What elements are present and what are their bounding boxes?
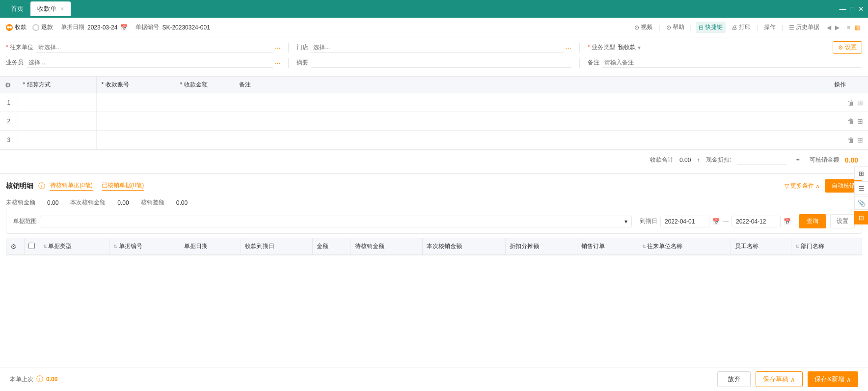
bottom-table-wrapper: ⚙ 单据类型 单据编号 单据日期 收款到期日 金额 待核销金额 本次核销金额 折… [6,238,862,255]
counterparty-input[interactable] [36,42,273,53]
range-chevron-icon: ▾ [624,218,627,225]
counterparty-more-icon[interactable]: ··· [275,44,281,52]
copy-row-2-icon[interactable]: ⊞ [857,117,863,125]
ops-cell-3: 🗑 ⊞ [829,131,868,149]
business-type-value: 预收款 [618,43,636,52]
divider3 [288,58,289,68]
table-settings-icon[interactable]: ⚙ [5,81,11,89]
receipt-total-value: 0.00 [679,157,691,164]
store-input[interactable] [311,42,564,53]
shortcut-icon: ⊟ [699,24,704,31]
copy-row-3-icon[interactable]: ⊞ [857,136,863,144]
account-cell-2[interactable] [96,112,175,131]
current-verify-label: 本次核销金额 [70,198,106,207]
verify-info-icon[interactable]: ⓘ [38,182,45,191]
more-conditions-btn[interactable]: ▽ 更多条件 ∧ [785,182,820,190]
start-date-input[interactable] [660,216,709,227]
sidebar-icon-2[interactable]: ☰ [854,181,868,195]
settlement-cell-3[interactable] [18,131,96,149]
row-num-1: 1 [0,93,18,112]
help-btn[interactable]: ⊙ 帮助 [664,22,686,32]
bottom-table-settings-icon[interactable]: ⚙ [10,243,17,251]
sidebar-icon-1[interactable]: ⊞ [854,167,868,180]
save-draft-button[interactable]: 保存草稿 ∧ [756,371,803,387]
verify-right: ▽ 更多条件 ∧ 自动核销 [785,179,862,193]
settlement-cell-2[interactable] [18,112,96,131]
equals-sign: = [796,157,800,164]
footer-left: 本单上次 ⓘ 0.00 [10,375,57,384]
next-arrow[interactable]: ▶ [834,23,841,32]
filter-settings-button[interactable]: 设置 [830,214,855,228]
receipt-total-label: 收款合计 [650,156,674,164]
verified-tab[interactable]: 已核销单据(0笔) [102,181,144,191]
salesperson-input[interactable] [27,57,273,68]
end-date-input[interactable] [732,216,781,227]
tab-home[interactable]: 首页 [4,1,30,16]
receipt-radio[interactable]: 收款 [6,23,27,31]
due-date-label: 到期日 [640,217,657,225]
window-controls: — □ ✕ [840,5,864,13]
history-doc-btn[interactable]: ☰ 历史单据 [787,22,821,32]
tab-receipt[interactable]: 收款单 × [30,1,71,16]
account-cell-3[interactable] [96,131,175,149]
remark-cell-3[interactable] [234,131,829,149]
summary-input[interactable] [311,57,571,68]
verify-diff-value: 0.00 [176,199,188,206]
pending-verify-tab[interactable]: 待核销单据(0笔) [50,181,93,191]
start-date-calendar-icon[interactable]: 📅 [712,218,720,225]
amount-cell-2[interactable] [175,112,234,131]
settings-button[interactable]: ⚙ 设置 [833,41,862,54]
verify-header-row: 核销明细 ⓘ 待核销单据(0笔) 已核销单据(0笔) ▽ 更多条件 ∧ 自动核销 [6,179,862,193]
account-cell-1[interactable] [96,93,175,112]
sidebar-icon-4[interactable]: ⊡ [854,211,868,224]
verify-diff-label: 核销差额 [141,198,164,207]
minimize-btn[interactable]: — [840,5,846,13]
history-icon: ☰ [789,24,794,31]
operations-btn[interactable]: 操作 [762,22,778,32]
range-label: 单据范围 [13,217,37,225]
doc-type-col: 单据类型 [39,238,109,255]
copy-row-1-icon[interactable]: ⊞ [857,99,863,107]
video-btn[interactable]: ⊙ 视频 [632,22,654,32]
query-button[interactable]: 查询 [799,214,826,228]
separator4: | [782,24,783,31]
close-tab-icon[interactable]: × [60,5,64,12]
amount-cell-1[interactable] [175,93,234,112]
footer-info-icon[interactable]: ⓘ [36,375,43,384]
print-btn[interactable]: 🖨 打印 [730,22,753,32]
save-new-button[interactable]: 保存&新增 ∧ [808,371,858,387]
remark-input[interactable] [602,57,862,68]
maximize-btn[interactable]: □ [850,5,854,13]
document-date-field: 单据日期 2023-03-24 📅 [61,23,128,31]
salesperson-field: 业务员 ··· [6,57,280,68]
abandon-button[interactable]: 放弃 [717,371,751,387]
shortcut-btn[interactable]: ⊟ 快捷键 [696,22,726,33]
settlement-cell-1[interactable] [18,93,96,112]
remark-cell-1[interactable] [234,93,829,112]
delete-row-1-icon[interactable]: 🗑 [847,99,854,107]
calendar-icon[interactable]: 📅 [120,24,128,31]
range-select[interactable]: ▾ [40,216,632,227]
store-more-icon[interactable]: ··· [566,44,571,52]
cash-discount-input[interactable] [737,155,787,165]
salesperson-more-icon[interactable]: ··· [275,59,281,67]
prev-arrow[interactable]: ◀ [825,23,833,32]
delete-row-3-icon[interactable]: 🗑 [847,136,854,144]
remark-cell-2[interactable] [234,112,829,131]
remark-field: 备注 [588,57,862,68]
chevron-up-icon: ∧ [815,183,820,190]
end-date-calendar-icon[interactable]: 📅 [784,218,791,225]
amount-cell-3[interactable] [175,131,234,149]
verify-left: 核销明细 ⓘ 待核销单据(0笔) 已核销单据(0笔) [6,181,144,191]
summary-label: 摘要 [297,58,308,67]
refund-radio[interactable]: 退款 [32,23,53,31]
close-btn[interactable]: ✕ [858,5,864,13]
sidebar-icon-3[interactable]: 📎 [854,196,868,210]
delete-row-2-icon[interactable]: 🗑 [847,117,854,125]
grid-view-btn[interactable]: ▦ [853,23,862,32]
table-row: 2 🗑 ⊞ [0,112,868,131]
save-draft-label: 保存草稿 [763,375,788,384]
chevron-down-icon[interactable]: ▾ [638,44,641,51]
select-all-checkbox[interactable] [28,243,35,249]
list-view-btn[interactable]: ≡ [845,23,852,32]
